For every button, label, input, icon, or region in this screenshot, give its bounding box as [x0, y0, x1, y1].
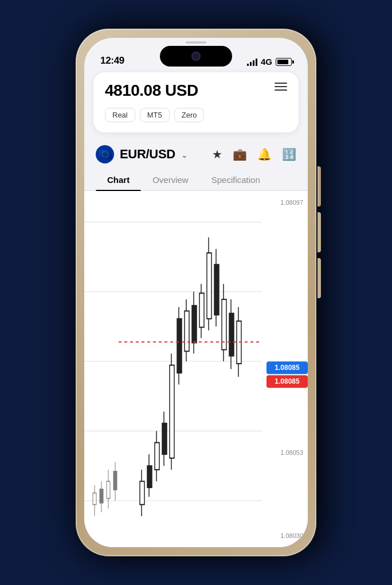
phone-screen: 12:49 4G 4810.08 USD	[84, 38, 308, 547]
svg-rect-30	[199, 293, 204, 327]
svg-rect-12	[113, 471, 117, 490]
signal-bars-icon	[247, 58, 257, 66]
account-balance: 4810.08 USD	[105, 81, 287, 100]
tab-chart[interactable]: Chart	[96, 169, 141, 190]
svg-rect-20	[162, 423, 167, 454]
pair-actions: ★ 💼 🔔 🔢	[212, 147, 296, 161]
svg-rect-14	[140, 481, 144, 505]
pair-selector[interactable]: 🇪🇺 EUR/USD ⌄	[96, 145, 188, 163]
tag-zero[interactable]: Zero	[174, 108, 205, 122]
svg-rect-32	[207, 253, 211, 319]
pair-header: 🇪🇺 EUR/USD ⌄ ★ 💼 🔔 🔢	[84, 137, 308, 169]
tab-specification[interactable]: Specification	[200, 169, 272, 190]
svg-rect-18	[155, 443, 159, 470]
tab-overview[interactable]: Overview	[141, 169, 200, 190]
svg-rect-10	[107, 481, 110, 498]
price-badges: 1.08085 1.08085	[266, 361, 308, 388]
chevron-down-icon: ⌄	[181, 150, 188, 159]
svg-rect-8	[100, 489, 103, 503]
price-level-5: 1.08030	[280, 532, 303, 539]
battery-icon	[276, 58, 292, 66]
status-icons: 4G	[247, 57, 292, 67]
pair-flag: 🇪🇺	[96, 145, 114, 163]
svg-rect-34	[214, 264, 219, 315]
dynamic-island	[160, 46, 232, 67]
account-tags: Real MT5 Zero	[105, 108, 287, 122]
tag-mt5[interactable]: MT5	[140, 108, 170, 122]
status-time: 12:49	[100, 55, 124, 67]
tabs: Chart Overview Specification	[84, 169, 308, 191]
svg-rect-24	[177, 319, 182, 373]
calculator-icon[interactable]: 🔢	[282, 147, 296, 161]
price-level-1: 1.08097	[280, 199, 303, 206]
pair-name: EUR/USD	[120, 147, 175, 162]
briefcase-icon[interactable]: 💼	[233, 147, 247, 161]
phone-frame: 12:49 4G 4810.08 USD	[76, 29, 316, 556]
svg-rect-28	[192, 306, 197, 343]
bid-price-badge[interactable]: 1.08085	[266, 375, 308, 388]
bell-icon[interactable]: 🔔	[257, 147, 272, 161]
svg-rect-6	[93, 493, 96, 505]
tag-real[interactable]: Real	[105, 108, 135, 122]
svg-rect-16	[147, 466, 152, 487]
svg-rect-38	[229, 313, 234, 356]
ask-price-badge[interactable]: 1.08085	[266, 361, 308, 374]
network-label: 4G	[261, 57, 272, 67]
chart-area: 1.08097 1.08085 1.08075 1.08053 1.08030 …	[84, 191, 308, 547]
star-icon[interactable]: ★	[212, 147, 222, 161]
account-card: 4810.08 USD Real MT5 Zero	[93, 72, 299, 132]
svg-rect-26	[185, 311, 189, 351]
price-level-4: 1.08053	[280, 449, 303, 456]
menu-button[interactable]	[275, 83, 287, 91]
svg-rect-22	[170, 365, 174, 458]
